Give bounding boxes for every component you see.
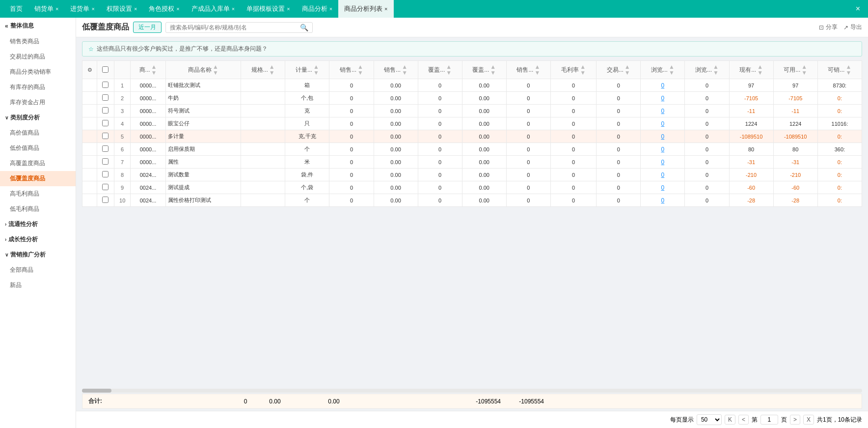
cell-settings: [82, 130, 97, 143]
row-checkbox[interactable]: [102, 184, 108, 190]
prev-page-button[interactable]: <: [738, 415, 749, 425]
sidebar-item-in-stock[interactable]: 有库存的商品: [0, 80, 76, 95]
cell-checkbox[interactable]: [97, 130, 114, 143]
nav-item-role[interactable]: 角色授权 ×: [143, 0, 185, 18]
row-checkbox[interactable]: [102, 107, 108, 114]
nav-close-all[interactable]: ×: [852, 4, 864, 13]
table-container[interactable]: ⚙ 商...▲▼ 商品名称▲▼ 规格...▲▼ 计量...▲▼ 销售...▲▼ …: [82, 60, 862, 388]
cell-browse1[interactable]: 0: [641, 156, 685, 169]
cell-available: -210: [773, 169, 817, 181]
th-checkbox[interactable]: [97, 61, 114, 79]
sidebar-item-all-goods[interactable]: 全部商品: [0, 262, 76, 278]
cell-browse1[interactable]: 0: [641, 79, 685, 92]
cell-no: 6: [114, 143, 131, 156]
export-button[interactable]: ↗ 导出: [843, 23, 862, 31]
cell-checkbox[interactable]: [97, 105, 114, 117]
cell-checkbox[interactable]: [97, 194, 114, 207]
nav-item-home[interactable]: 首页: [4, 0, 28, 18]
time-filter-button[interactable]: 近一月: [133, 22, 162, 33]
th-current[interactable]: 现有...▲▼: [729, 61, 773, 79]
sidebar-item-stock-capital[interactable]: 库存资金占用: [0, 95, 76, 110]
last-page-button[interactable]: X: [803, 415, 814, 425]
th-transaction[interactable]: 交易...▲▼: [597, 61, 641, 79]
main-layout: « 整体信息 销售类商品 交易过的商品 商品分类动销率 有库存的商品 库存资金占…: [0, 18, 868, 428]
sidebar-item-category-rate[interactable]: 商品分类动销率: [0, 64, 76, 80]
first-page-button[interactable]: K: [725, 415, 735, 425]
row-checkbox[interactable]: [102, 158, 108, 165]
sidebar-item-high-coverage[interactable]: 高覆盖度商品: [0, 156, 76, 171]
page-size-select[interactable]: 50 100 200: [697, 414, 722, 425]
th-spec[interactable]: 规格...▲▼: [241, 61, 285, 79]
th-sales-qty[interactable]: 销售...▲▼: [329, 61, 374, 79]
sidebar-item-traded-goods[interactable]: 交易过的商品: [0, 49, 76, 64]
nav-item-template[interactable]: 单据模板设置 ×: [241, 0, 296, 18]
sidebar-item-new-goods[interactable]: 新品: [0, 278, 76, 293]
th-browse2[interactable]: 浏览...▲▼: [685, 61, 729, 79]
nav-item-sales[interactable]: 销货单 ×: [28, 0, 64, 18]
cell-browse1[interactable]: 0: [641, 105, 685, 117]
cell-checkbox[interactable]: [97, 181, 114, 194]
sidebar-item-high-value[interactable]: 高价值商品: [0, 125, 76, 141]
cell-checkbox[interactable]: [97, 92, 114, 105]
sidebar-sub-header-growth[interactable]: › 成长性分析: [0, 232, 76, 247]
search-icon[interactable]: 🔍: [300, 24, 308, 31]
row-checkbox[interactable]: [102, 82, 108, 88]
row-checkbox[interactable]: [102, 120, 108, 126]
cell-spec: [241, 169, 285, 181]
cell-browse1[interactable]: 0: [641, 194, 685, 207]
th-unit[interactable]: 计量...▲▼: [285, 61, 329, 79]
cell-checkbox[interactable]: [97, 169, 114, 181]
sidebar-header-overall[interactable]: « 整体信息: [0, 18, 76, 34]
th-cov2[interactable]: 覆盖...▲▼: [462, 61, 506, 79]
share-button[interactable]: ⊡ 分享: [819, 23, 838, 31]
th-sales-amt[interactable]: 销售...▲▼: [374, 61, 418, 79]
th-available[interactable]: 可用...▲▼: [773, 61, 817, 79]
th-browse1[interactable]: 浏览...▲▼: [641, 61, 685, 79]
row-checkbox[interactable]: [102, 171, 108, 177]
sidebar-sub-header-marketing[interactable]: ∨ 营销推广分析: [0, 247, 76, 262]
sidebar-sub-header-category[interactable]: ∨ 类别度分析: [0, 110, 76, 125]
cell-browse1[interactable]: 0: [641, 143, 685, 156]
sidebar-item-sales-goods[interactable]: 销售类商品: [0, 34, 76, 49]
sidebar-item-high-profit[interactable]: 高毛利商品: [0, 186, 76, 201]
cell-browse1[interactable]: 0: [641, 169, 685, 181]
sidebar-item-low-coverage[interactable]: 低覆盖度商品: [0, 171, 76, 186]
search-input[interactable]: [170, 24, 300, 31]
cell-checkbox[interactable]: [97, 156, 114, 169]
sidebar-sub-header-liquidity[interactable]: › 流通性分析: [0, 217, 76, 232]
th-code[interactable]: 商...▲▼: [131, 61, 165, 79]
sidebar-item-low-value[interactable]: 低价值商品: [0, 141, 76, 156]
cell-checkbox[interactable]: [97, 117, 114, 130]
horizontal-scrollbar[interactable]: [82, 389, 862, 393]
th-sellable[interactable]: 可销...▲▼: [817, 61, 862, 79]
nav-item-product-warehouse[interactable]: 产成品入库单 ×: [186, 0, 241, 18]
nav-item-permission[interactable]: 权限设置 ×: [101, 0, 143, 18]
th-gross-rate[interactable]: 毛利率▲▼: [550, 61, 596, 79]
nav-item-purchase[interactable]: 进货单 ×: [64, 0, 100, 18]
page-size-label: 每页显示: [670, 416, 694, 424]
cell-checkbox[interactable]: [97, 143, 114, 156]
row-checkbox[interactable]: [102, 94, 108, 101]
cell-cov1: 0: [418, 143, 462, 156]
select-all-checkbox[interactable]: [102, 66, 108, 73]
nav-item-analysis-list[interactable]: 商品分析列表 ×: [338, 0, 393, 18]
row-checkbox[interactable]: [102, 133, 108, 139]
th-sales-day[interactable]: 销售...▲▼: [506, 61, 550, 79]
page-number-input[interactable]: [760, 415, 778, 425]
cell-browse1[interactable]: 0: [641, 181, 685, 194]
th-cov1[interactable]: 覆盖...▲▼: [418, 61, 462, 79]
cell-sales-day: 0: [506, 156, 550, 169]
row-checkbox[interactable]: [102, 145, 108, 152]
cell-browse1[interactable]: 0: [641, 92, 685, 105]
cell-checkbox[interactable]: [97, 79, 114, 92]
sidebar-item-low-profit[interactable]: 低毛利商品: [0, 201, 76, 217]
cell-browse1[interactable]: 0: [641, 117, 685, 130]
cell-transaction: 0: [597, 181, 641, 194]
nav-item-analysis[interactable]: 商品分析 ×: [296, 0, 338, 18]
cell-browse1[interactable]: 0: [641, 130, 685, 143]
th-settings[interactable]: ⚙: [82, 61, 97, 79]
next-page-button[interactable]: >: [790, 415, 800, 425]
row-checkbox[interactable]: [102, 197, 108, 203]
th-name[interactable]: 商品名称▲▼: [165, 61, 241, 79]
notice-bar: ☆ 这些商品只有很少客户购买过，是推广不够，还是商品本身问题？: [82, 41, 862, 57]
